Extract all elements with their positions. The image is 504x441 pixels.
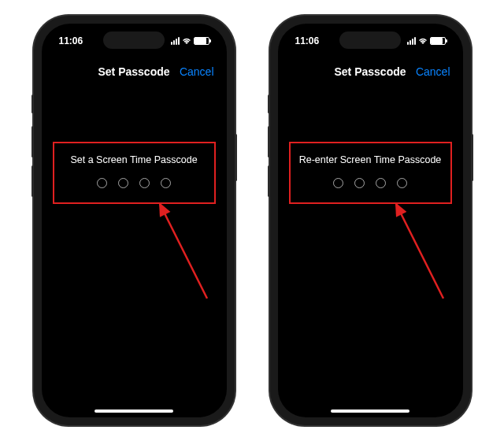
passcode-dot (354, 178, 365, 188)
passcode-dot (97, 178, 107, 188)
home-indicator[interactable] (331, 410, 410, 413)
volume-up (268, 126, 270, 158)
cancel-button[interactable]: Cancel (180, 65, 214, 78)
cancel-button[interactable]: Cancel (416, 65, 450, 78)
nav-title: Set Passcode (98, 65, 169, 78)
passcode-prompt-label: Re-enter Screen Time Passcode (295, 154, 446, 165)
passcode-prompt-box: Re-enter Screen Time Passcode (289, 142, 452, 204)
passcode-dot (118, 178, 128, 188)
status-time: 11:06 (59, 35, 83, 46)
wifi-icon (418, 37, 428, 45)
nav-title: Set Passcode (334, 65, 406, 78)
dynamic-island (103, 32, 165, 49)
status-time: 11:06 (295, 35, 320, 46)
passcode-dot (376, 178, 386, 188)
screen-left: 11:06 Set Passcode Cancel Set a Screen T… (42, 24, 227, 417)
svg-line-1 (396, 204, 443, 298)
iphone-right: 11:06 Set Passcode Cancel Re-enter Scree… (270, 16, 471, 425)
dynamic-island (339, 32, 401, 49)
passcode-dot (139, 178, 150, 188)
nav-bar: Set Passcode Cancel (42, 57, 227, 87)
passcode-dots[interactable] (295, 178, 446, 188)
nav-bar: Set Passcode Cancel (278, 57, 463, 87)
power-button (235, 134, 237, 181)
signal-icon (171, 37, 180, 45)
power-button (471, 134, 473, 181)
home-indicator[interactable] (94, 410, 173, 413)
passcode-dot (333, 178, 343, 188)
battery-icon (430, 37, 446, 45)
passcode-prompt-box: Set a Screen Time Passcode (53, 142, 216, 204)
annotation-arrow-icon (148, 196, 219, 306)
iphone-left: 11:06 Set Passcode Cancel Set a Screen T… (34, 16, 235, 425)
volume-down (32, 165, 34, 197)
mute-switch (32, 94, 34, 113)
wifi-icon (182, 37, 191, 45)
battery-icon (194, 37, 209, 45)
passcode-dots[interactable] (59, 178, 209, 188)
volume-down (268, 165, 270, 197)
signal-icon (407, 37, 416, 45)
annotation-arrow-icon (384, 196, 455, 306)
volume-up (32, 126, 34, 158)
status-indicators (171, 37, 209, 45)
status-indicators (407, 37, 446, 45)
svg-line-0 (160, 204, 207, 298)
passcode-dot (161, 178, 171, 188)
screen-right: 11:06 Set Passcode Cancel Re-enter Scree… (278, 24, 463, 417)
passcode-prompt-label: Set a Screen Time Passcode (59, 154, 209, 165)
passcode-dot (397, 178, 407, 188)
mute-switch (268, 94, 270, 113)
